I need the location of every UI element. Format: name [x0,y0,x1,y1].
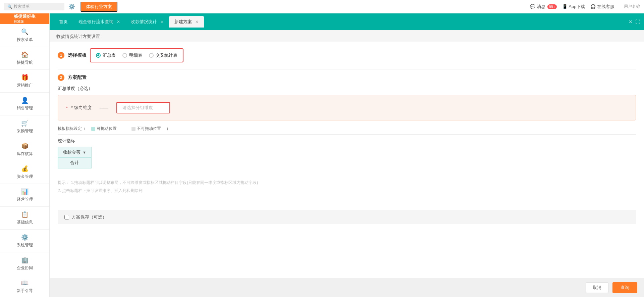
metrics-tag-shouquan[interactable]: 收款金额 ▼ [58,147,91,158]
metrics-header-close: ） [166,126,170,132]
purchase-icon: 🛒 [21,119,29,127]
sidebar-item-operations[interactable]: 📊 经营管理 [0,184,49,207]
sidebar-item-label: 库存核算 [17,151,33,157]
req-mark: * [66,105,68,110]
sidebar-item-system[interactable]: ⚙️ 系统管理 [0,230,49,252]
tab-home[interactable]: 首页 [54,16,73,28]
radio-summary-label: 汇总表 [103,52,116,58]
metrics-group-label: 统计指标 [58,138,92,144]
user-name[interactable]: 用户名称 [624,4,640,9]
step1-title: 选择模板 [68,52,87,58]
content-area: 首页 现金银行流水查询 ✕ 收款情况统计 ✕ 新建方案 ✕ ✕ ⛶ 收款情况统计… [50,13,644,297]
tab-collection-stat[interactable]: 收款情况统计 ✕ [125,16,169,28]
inventory-icon: 📦 [21,142,29,150]
draggable-legend-dot [91,127,95,131]
arrow-separator: —— [100,105,108,110]
service-label: 在线客服 [597,4,614,9]
basic-info-icon: 📋 [21,211,29,218]
operations-icon: 📊 [21,188,29,195]
sidebar: 畅捷通好生 标准版 🔍 搜索菜单 🏠 快捷导航 🎁 营销推广 👤 销售管理 🛒 … [0,13,50,297]
sidebar-item-sales[interactable]: 👤 销售管理 [0,93,49,115]
step2-title: 方案配置 [68,75,87,81]
metrics-header-sep [122,126,126,132]
tab-bank-flow-label: 现金银行流水查询 [78,19,113,25]
metrics-tag-subtag: 合计 [58,158,91,168]
sidebar-item-quick-nav[interactable]: 🏠 快捷导航 [0,47,49,70]
notification-item[interactable]: 💬 消息 99+ [530,4,557,10]
radio-cross-label: 交叉统计表 [156,52,177,58]
dimension-area: * * 纵向维度 —— 请选择分组维度 [58,95,636,120]
tab-new-plan-close[interactable]: ✕ [195,19,199,24]
sidebar-item-basic-info[interactable]: 📋 基础信息 [0,207,49,230]
radio-detail-dot [122,53,127,58]
breadcrumb: 收款情况统计方案设置 [56,34,100,39]
radio-summary-dot [96,53,101,58]
search-placeholder: 搜索菜单 [14,4,30,9]
metrics-content: 统计指标 收款金额 ▼ 合计 [58,138,636,168]
sidebar-item-purchase[interactable]: 🛒 采购管理 [0,115,49,138]
page-body: 1 选择模板 汇总表 明细表 [50,42,644,278]
step1-section: 1 选择模板 汇总表 明细表 [58,48,636,62]
step2-badge: 2 [58,74,64,81]
search-menu-input[interactable]: 🔍 搜索菜单 [4,3,64,10]
sidebar-item-corp-collab[interactable]: 🏢 企业协同 [0,252,49,275]
dimension-row: * * 纵向维度 —— 请选择分组维度 [66,102,628,113]
sidebar-item-newbie[interactable]: 📖 新手引导 [0,275,49,297]
marketing-icon: 🎁 [21,74,29,81]
settings-icon[interactable]: ⚙️ [68,3,75,10]
tab-collection-stat-close[interactable]: ✕ [160,19,164,24]
sidebar-item-finance[interactable]: 💰 资金管理 [0,161,49,184]
legend-draggable: 可拖动位置 [91,126,117,132]
template-radio-group: 汇总表 明细表 交叉统计表 [90,48,183,62]
save-plan-label: 方案保存（可选） [72,214,107,220]
main-layout: 畅捷通好生 标准版 🔍 搜索菜单 🏠 快捷导航 🎁 营销推广 👤 销售管理 🛒 … [0,13,644,297]
top-bar-right: 💬 消息 99+ 📱 App下载 🎧 在线客服 用户名称 [530,4,640,10]
radio-detail[interactable]: 明细表 [122,52,142,58]
logo-sub: 标准版 [14,19,36,24]
tab-expand-icon[interactable]: ⛶ [635,19,640,24]
radio-summary[interactable]: 汇总表 [96,52,116,58]
sidebar-item-label: 营销推广 [17,83,33,88]
tab-new-plan-label: 新建方案 [174,19,192,25]
sidebar-item-search-menu[interactable]: 🔍 搜索菜单 [0,24,49,47]
service-item[interactable]: 🎧 在线客服 [590,4,614,10]
divider1 [58,69,636,69]
tab-collection-stat-label: 收款情况统计 [131,19,157,25]
tab-close-all-icon[interactable]: ✕ [629,19,633,24]
sidebar-item-label: 销售管理 [17,105,33,111]
tab-bank-flow[interactable]: 现金银行流水查询 ✕ [73,16,125,28]
radio-detail-label: 明细表 [129,52,142,58]
metrics-dropdown-icon[interactable]: ▼ [83,150,86,154]
sidebar-item-label: 系统管理 [17,242,33,248]
not-draggable-legend-dot [131,127,136,131]
query-button[interactable]: 查询 [612,282,637,293]
action-bar: 取消 查询 [50,278,644,297]
group-dim-select[interactable]: 请选择分组维度 [116,102,170,113]
select-placeholder: 请选择分组维度 [122,105,153,110]
metrics-section: 模板指标设定（ 可拖动位置 不可拖动位置 ） [58,126,636,168]
tab-bank-flow-close[interactable]: ✕ [117,19,120,24]
download-item[interactable]: 📱 App下载 [562,4,585,10]
vertical-dim-label: * 纵向维度 [71,105,92,111]
sidebar-item-label: 资金管理 [17,174,33,180]
legend-not-draggable: 不可拖动位置 [131,126,161,132]
finance-icon: 💰 [21,165,29,172]
radio-cross[interactable]: 交叉统计表 [149,52,177,58]
cancel-button[interactable]: 取消 [586,282,608,293]
notification-badge: 99+ [547,4,557,9]
sidebar-item-marketing[interactable]: 🎁 营销推广 [0,70,49,93]
save-plan-checkbox[interactable] [64,215,69,219]
summary-dim-label: 汇总维度（必选） [58,86,636,92]
sidebar-item-inventory[interactable]: 📦 库存核算 [0,138,49,161]
step1-header: 1 选择模板 汇总表 明细表 [58,48,636,62]
page-footer: 方案保存（可选） [58,210,636,224]
draggable-label: 可拖动位置 [97,126,117,132]
trial-button[interactable]: 体验行业方案 [80,2,117,12]
step2-section: 2 方案配置 汇总维度（必选） * * 纵向维度 —— [58,74,636,198]
metrics-header: 模板指标设定（ 可拖动位置 不可拖动位置 ） [58,126,636,135]
download-label: App下载 [569,4,585,9]
sidebar-item-label: 企业协同 [17,265,33,271]
search-icon: 🔍 [7,4,12,9]
tab-new-plan[interactable]: 新建方案 ✕ [169,16,204,28]
sidebar-item-label: 快捷导航 [17,60,33,65]
